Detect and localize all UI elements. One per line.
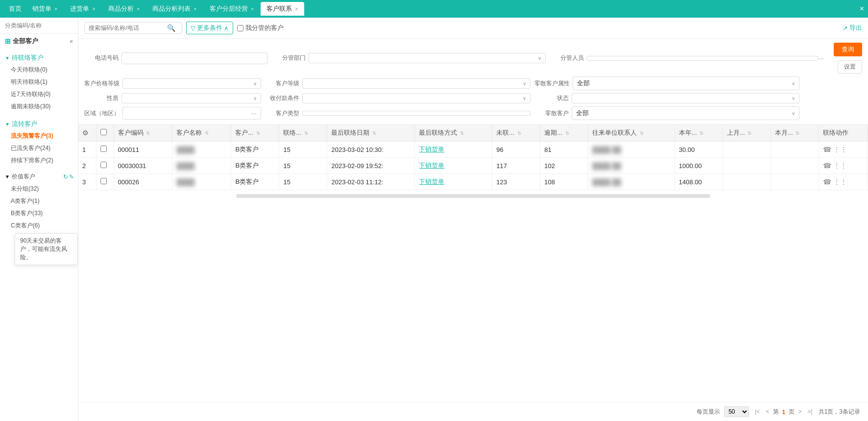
row-checkbox-0[interactable] — [100, 146, 107, 152]
sort-date-icon[interactable]: ⇅ — [372, 130, 376, 136]
sidebar-group-value-title[interactable]: ▼ 价值客户 — [5, 173, 35, 181]
sort-lmonth-icon[interactable]: ⇅ — [747, 130, 751, 136]
cell-type-2: B类客户 — [231, 174, 279, 190]
sort-overdue-icon[interactable]: ⇅ — [565, 130, 569, 136]
settings-col-header[interactable]: ⚙ — [78, 124, 96, 142]
cell-checkbox-2[interactable] — [96, 174, 114, 190]
my-customers-checkbox[interactable] — [237, 25, 243, 31]
status-select[interactable]: ∨ — [572, 93, 800, 103]
tab-purchase-order[interactable]: 进货单 × — [64, 2, 101, 16]
sidebar-item-b-class[interactable]: B类客户(33) — [0, 207, 78, 220]
tab-product-analysis[interactable]: 商品分析 × — [102, 2, 145, 16]
export-btn[interactable]: ↗ 导出 — [843, 24, 862, 32]
area-ellipsis[interactable]: ··· — [251, 109, 257, 117]
sidebar-all-customers[interactable]: ⊞ 全部客户 « — [0, 34, 78, 49]
sort-year-icon[interactable]: ⇅ — [699, 130, 703, 136]
main-layout: 🔍 ⊞ 全部客户 « ▼ 待联络客户 今天待联络(0) 明天待联络(1) 近7天… — [0, 18, 868, 421]
price-level-select[interactable]: ∨ — [122, 78, 261, 89]
sidebar-item-today[interactable]: 今天待联络(0) — [0, 64, 78, 76]
cell-way-0[interactable]: 下销货单 — [415, 142, 492, 158]
next-page-btn[interactable]: > — [796, 407, 804, 416]
search-input[interactable] — [89, 25, 167, 31]
cell-checkbox-1[interactable] — [96, 158, 114, 174]
row-checkbox-2[interactable] — [100, 178, 107, 184]
sort-type-icon[interactable]: ⇅ — [256, 130, 260, 136]
row-checkbox-1[interactable] — [100, 162, 107, 168]
sidebar-search-input[interactable] — [5, 22, 78, 29]
window-close-icon[interactable]: × — [860, 4, 864, 13]
cell-tmonth-0 — [771, 142, 819, 158]
sidebar-item-a-class[interactable]: A类客户(1) — [0, 195, 78, 207]
select-all-checkbox[interactable] — [100, 129, 107, 135]
prev-page-btn[interactable]: < — [764, 407, 771, 416]
last-page-btn[interactable]: >| — [806, 407, 815, 416]
manager-ellipsis[interactable]: ··· — [818, 54, 824, 62]
settings-button[interactable]: 设置 — [838, 60, 862, 74]
tab-close-purchase[interactable]: × — [92, 6, 95, 12]
filter-more-btn[interactable]: ▽ 更多条件 ∧ — [186, 22, 233, 34]
query-button[interactable]: 查询 — [834, 43, 862, 56]
cell-checkbox-0[interactable] — [96, 142, 114, 158]
per-page-select[interactable]: 50 100 200 — [724, 406, 749, 417]
sidebar-item-lost[interactable]: 已流失客户(24) — [0, 142, 78, 154]
horizontal-scrollbar[interactable] — [236, 194, 710, 198]
col-settings-icon[interactable]: ⚙ — [82, 129, 89, 137]
tab-close-analysis[interactable]: × — [137, 6, 140, 12]
more-icon-2[interactable]: ⋮⋮ — [833, 178, 847, 186]
sort-way-icon[interactable]: ⇅ — [460, 130, 464, 136]
customer-level-select[interactable]: ∨ — [302, 78, 530, 89]
contact-icon-1[interactable]: ☎ — [823, 162, 831, 170]
sort-name-icon[interactable]: ⇅ — [205, 130, 209, 136]
sidebar-group-pending-title[interactable]: ▼ 待联络客户 — [0, 50, 78, 64]
collapse-icon[interactable]: « — [70, 38, 73, 45]
sidebar-item-overdue[interactable]: 逾期未联络(30) — [0, 100, 78, 113]
sidebar-item-week[interactable]: 近7天待联络(0) — [0, 88, 78, 100]
tab-close-sales[interactable]: × — [54, 6, 57, 12]
sidebar-item-churn-warning[interactable]: 流失预警客户(3) — [0, 130, 78, 142]
tab-close-segment[interactable]: × — [251, 6, 254, 12]
sidebar-item-c-class[interactable]: C类客户(6) — [0, 220, 78, 232]
more-icon-1[interactable]: ⋮⋮ — [833, 162, 847, 170]
search-icon[interactable]: 🔍 — [167, 24, 175, 32]
zero-attr-arrow: ∨ — [792, 81, 795, 86]
sidebar-item-tomorrow[interactable]: 明天待联络(1) — [0, 76, 78, 88]
th-type: 客户... ⇅ — [231, 124, 279, 142]
value-edit-icon[interactable]: ✎ — [69, 173, 74, 180]
last-way-link-1[interactable]: 下销货单 — [419, 162, 444, 169]
tab-sales-order[interactable]: 销货单 × — [26, 2, 63, 16]
last-way-link-2[interactable]: 下销货单 — [419, 178, 444, 185]
toolbar: 🔍 ▽ 更多条件 ∧ 我分管的客户 ↗ 导出 — [78, 18, 868, 39]
more-icon-0[interactable]: ⋮⋮ — [833, 146, 847, 153]
cell-way-2[interactable]: 下销货单 — [415, 174, 492, 190]
phone-input[interactable] — [121, 52, 267, 64]
contact-icon-2[interactable]: ☎ — [823, 178, 831, 186]
gender-select[interactable]: ∨ — [121, 93, 261, 103]
zero-customer-select[interactable]: 全部 ∨ — [572, 106, 800, 120]
zero-attr-select[interactable]: 全部 ∨ — [573, 76, 800, 90]
tab-home[interactable]: 首页 — [4, 4, 26, 13]
chevron-down-icon: ∧ — [224, 25, 229, 32]
sort-unit-icon[interactable]: ⇅ — [640, 130, 644, 136]
tab-customer-segment[interactable]: 客户分层经营 × — [204, 2, 260, 16]
sidebar-item-ungroup[interactable]: 未分组(32) — [0, 183, 78, 195]
first-page-btn[interactable]: |< — [753, 407, 762, 416]
sort-uncontact-icon[interactable]: ⇅ — [517, 130, 521, 136]
sidebar-group-churn-title[interactable]: ▼ 流转客户 — [0, 117, 78, 130]
tab-close-contact[interactable]: × — [295, 6, 298, 12]
manager-select[interactable] — [587, 56, 819, 61]
dept-select[interactable]: ∨ — [309, 53, 546, 63]
sidebar-item-declining[interactable]: 持续下滑客户(2) — [0, 154, 78, 167]
last-way-link-0[interactable]: 下销货单 — [419, 146, 444, 153]
value-refresh-icon[interactable]: ↻ — [63, 173, 68, 180]
tab-customer-contact[interactable]: 客户联系 × — [261, 2, 304, 16]
sort-code-icon[interactable]: ⇅ — [146, 130, 150, 136]
tab-close-analysis-list[interactable]: × — [193, 6, 196, 12]
tab-product-analysis-list[interactable]: 商品分析列表 × — [146, 2, 202, 16]
area-select[interactable]: ··· — [122, 107, 261, 120]
contact-icon-0[interactable]: ☎ — [823, 146, 831, 153]
customer-type-select[interactable] — [302, 111, 530, 116]
sort-contact-icon[interactable]: ⇅ — [304, 130, 308, 136]
payment-select[interactable]: ∨ — [302, 93, 530, 103]
cell-way-1[interactable]: 下销货单 — [415, 158, 492, 174]
sort-tmonth-icon[interactable]: ⇅ — [796, 130, 799, 136]
